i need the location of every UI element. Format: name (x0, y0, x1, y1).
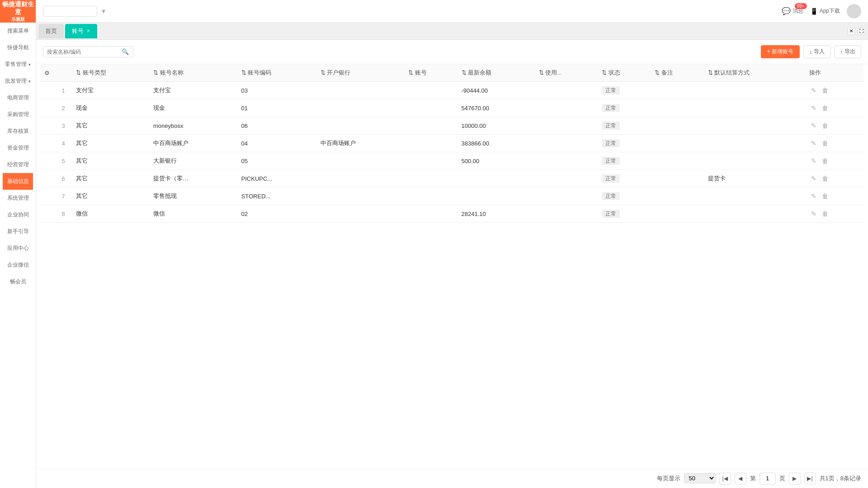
row-num: 1 (54, 82, 72, 99)
last-page-button[interactable]: ▶| (804, 473, 816, 484)
prev-page-button[interactable]: ◀ (735, 473, 746, 484)
delete-button[interactable]: 🗑 (820, 139, 830, 148)
user-avatar[interactable] (847, 4, 861, 19)
delete-button[interactable]: 🗑 (820, 174, 830, 183)
topbar-dropdown-icon[interactable]: ▾ (102, 7, 105, 15)
page-size-select[interactable]: 50 100 200 (684, 473, 716, 483)
col-code-header[interactable]: ⇅ 账号编码 (238, 64, 317, 82)
row-account (405, 152, 458, 170)
sidebar-item-vip[interactable]: 畅会员 (3, 273, 33, 290)
sidebar-item-inventory[interactable]: 库存核算 (3, 123, 33, 140)
next-page-button[interactable]: ▶ (789, 473, 801, 484)
export-label: 导出 (844, 48, 855, 56)
row-bank (317, 99, 405, 117)
sidebar-item-quick-nav[interactable]: 快捷导航 (3, 39, 33, 56)
row-type: 支付宝 (72, 82, 150, 99)
row-notes (651, 152, 704, 170)
row-type: 其它 (72, 152, 150, 170)
col-usage-header[interactable]: ⇅ 使用... (535, 64, 599, 82)
message-button[interactable]: 💬 消息 99+ (782, 7, 803, 15)
page-number-input[interactable] (760, 473, 776, 484)
row-balance: 383866.00 (458, 135, 535, 152)
app-download-label: App下载 (820, 7, 840, 15)
edit-button[interactable]: ✎ (809, 174, 818, 183)
edit-button[interactable]: ✎ (809, 121, 818, 130)
app-download-icon: 📱 (810, 8, 818, 15)
search-icon[interactable]: 🔍 (122, 48, 129, 55)
row-bank: 中百商场账户 (317, 135, 405, 152)
sidebar-item-purchase-mgmt[interactable]: 采购管理 (3, 106, 33, 123)
row-default-payment (704, 205, 806, 223)
topbar: ▾ 💬 消息 99+ 📱 App下载 (36, 0, 868, 23)
delete-button[interactable]: 🗑 (820, 209, 830, 218)
tab-account-close-icon[interactable]: ✕ (86, 28, 90, 34)
tab-account[interactable]: 账号 ✕ (65, 24, 97, 38)
col-balance-header[interactable]: ⇅ 最新余额 (458, 64, 535, 82)
app-download-button[interactable]: 📱 App下载 (810, 7, 840, 15)
row-type: 微信 (72, 205, 150, 223)
window-close-icon[interactable]: ✕ (847, 27, 855, 35)
edit-button[interactable]: ✎ (809, 156, 818, 165)
row-type: 其它 (72, 170, 150, 188)
row-notes (651, 170, 704, 188)
tab-home-label: 首页 (45, 27, 57, 35)
sidebar-item-finance-mgmt[interactable]: 资金管理 (3, 140, 33, 156)
edit-button[interactable]: ✎ (809, 103, 818, 113)
sidebar-item-retail-mgmt[interactable]: 零售管理 ▾ (3, 56, 33, 73)
topbar-search-input[interactable] (43, 6, 97, 17)
delete-button[interactable]: 🗑 (820, 192, 830, 201)
sidebar-item-system-mgmt[interactable]: 系统管理 (3, 190, 33, 206)
row-code: 03 (238, 82, 317, 99)
col-status-header[interactable]: ⇅ 状态 (598, 64, 651, 82)
sidebar-item-ops-mgmt[interactable]: 经营管理 (3, 156, 33, 173)
sidebar-item-ecommerce-mgmt[interactable]: 电商管理 (3, 89, 33, 106)
col-type-header[interactable]: ⇅ 账号类型 (72, 64, 150, 82)
row-account (405, 117, 458, 135)
sidebar-item-enterprise-agreement[interactable]: 企业协同 (3, 206, 33, 223)
sidebar-item-new-guide[interactable]: 新手引导 (3, 223, 33, 240)
row-notes (651, 188, 704, 205)
row-status: 正常 (598, 135, 651, 152)
col-default-payment-header[interactable]: ⇅ 默认结算方式 (704, 64, 806, 82)
delete-button[interactable]: 🗑 (820, 121, 830, 130)
header-actions: + 新增账号 ↓ 导入 ↑ 导出 (761, 45, 861, 58)
export-button[interactable]: ↑ 导出 (834, 45, 861, 58)
window-controls: ✕ ⛶ (847, 27, 866, 35)
tab-home[interactable]: 首页 (38, 24, 64, 38)
delete-button[interactable]: 🗑 (820, 86, 830, 95)
row-settings (41, 205, 54, 223)
sidebar-item-search-menu[interactable]: 搜索菜单 (3, 23, 33, 39)
app-name: 畅捷通财生意 (0, 0, 36, 16)
row-code: 02 (238, 205, 317, 223)
table-row: 5 其它 大新银行 05 500.00 正常 ✎ 🗑 (41, 152, 863, 170)
account-search-input[interactable] (47, 49, 119, 55)
row-status: 正常 (598, 117, 651, 135)
row-balance: 547670.00 (458, 99, 535, 117)
sidebar-item-basic-info[interactable]: 基础信息 (3, 173, 33, 190)
col-notes-header[interactable]: ⇅ 备注 (651, 64, 704, 82)
edit-button[interactable]: ✎ (809, 192, 818, 201)
row-type: 其它 (72, 117, 150, 135)
edit-button[interactable]: ✎ (809, 209, 818, 218)
row-settings (41, 152, 54, 170)
window-maximize-icon[interactable]: ⛶ (858, 27, 866, 35)
message-icon: 💬 (782, 7, 791, 15)
content-header: 🔍 + 新增账号 ↓ 导入 ↑ 导出 (36, 40, 868, 64)
sidebar-item-app-center[interactable]: 应用中心 (3, 240, 33, 257)
col-settings-header[interactable]: ⚙ (41, 64, 54, 82)
edit-button[interactable]: ✎ (809, 86, 818, 95)
col-account-header[interactable]: ⇅ 账号 (405, 64, 458, 82)
app-logo: 畅捷通财生意 乐惠版 (0, 0, 36, 23)
sidebar-item-wholesale-mgmt[interactable]: 批发管理 ▾ (3, 73, 33, 89)
row-notes (651, 82, 704, 99)
sidebar-item-enterprise-wechat[interactable]: 企业微信 (3, 257, 33, 273)
col-bank-header[interactable]: ⇅ 开户银行 (317, 64, 405, 82)
first-page-button[interactable]: |◀ (719, 473, 731, 484)
edit-button[interactable]: ✎ (809, 139, 818, 148)
row-code: 01 (238, 99, 317, 117)
add-account-button[interactable]: + 新增账号 (761, 45, 800, 58)
col-name-header[interactable]: ⇅ 账号名称 (150, 64, 238, 82)
import-button[interactable]: ↓ 导入 (803, 45, 830, 58)
delete-button[interactable]: 🗑 (820, 103, 830, 113)
delete-button[interactable]: 🗑 (820, 156, 830, 165)
